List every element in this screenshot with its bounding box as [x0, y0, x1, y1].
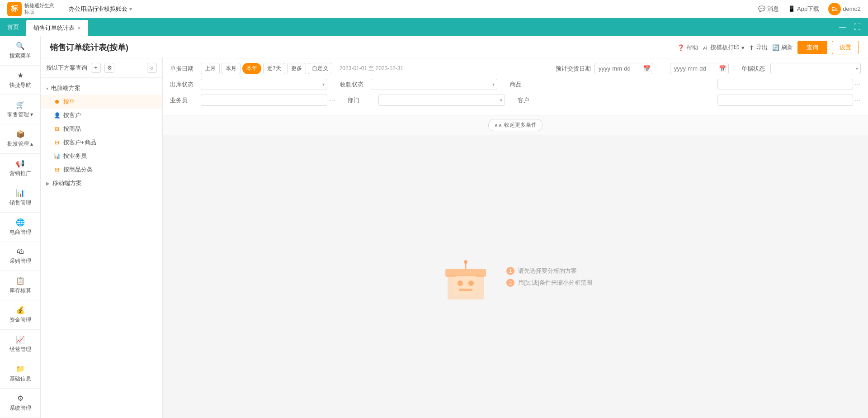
add-scheme-button[interactable]: + — [91, 63, 101, 73]
logo-text: 畅捷通好生意 标版 — [24, 3, 54, 14]
purchase-icon: 🛍 — [17, 247, 24, 256]
sidebar-item-basic[interactable]: 📁 基础信息 — [0, 359, 40, 389]
sidebar-item-purchase[interactable]: 🛍 采购管理 — [0, 242, 40, 271]
finance-icon: 💰 — [16, 306, 25, 314]
empty-hint-1: 1 请先选择要分析的方案 — [506, 267, 577, 275]
tree-item-by-cust-goods[interactable]: ⊟ 按客户+商品 — [41, 136, 162, 149]
payment-status-select[interactable] — [371, 79, 497, 90]
sidebar-item-marketing[interactable]: 📢 营销推广 — [0, 154, 40, 183]
tree-item-by-category[interactable]: ⊞ 按商品分类 — [41, 163, 162, 176]
print-button[interactable]: 🖨 按模板打印 ▾ — [703, 43, 745, 52]
date-btn-7days[interactable]: 近7天 — [263, 63, 285, 74]
message-button[interactable]: 💬 消息 — [758, 5, 779, 13]
content-area: 销售订单统计表(按单) ❓ 帮助 🖨 按模板打印 ▾ ⬆ 导出 🔄 刷新 — [41, 36, 868, 418]
refresh-icon: 🔄 — [772, 44, 779, 51]
expected-date-filter: 预计交货日期 📅 — 📅 — [556, 63, 729, 74]
refresh-button[interactable]: 🔄 刷新 — [772, 43, 793, 52]
cust-goods-icon: ⊟ — [53, 139, 61, 146]
salesperson-ellipsis-icon[interactable]: ··· — [329, 96, 335, 104]
settings-button[interactable]: 设置 — [832, 41, 859, 54]
collapse-button[interactable]: ∧∧ 收起更多条件 — [488, 119, 542, 131]
tree-item-by-salesperson[interactable]: 📊 按业务员 — [41, 149, 162, 163]
dot-icon — [53, 98, 61, 105]
right-content: 单据日期 上月 本月 本年 近7天 更多 自定义 2023-01-01 至 20… — [163, 58, 868, 418]
expected-date-to-input[interactable] — [670, 63, 729, 74]
date-btn-this-year[interactable]: 本年 — [242, 63, 261, 74]
delivery-status-select[interactable] — [201, 79, 327, 90]
user-menu[interactable]: Ea demo2 — [828, 3, 861, 15]
tab-home[interactable]: 首页 — [0, 18, 26, 36]
section-label: 电脑端方案 — [51, 84, 80, 92]
hint-num-1: 1 — [506, 267, 514, 275]
ecommerce-icon: 🌐 — [16, 218, 25, 227]
date-btn-last-month[interactable]: 上月 — [201, 63, 220, 74]
left-panel-header: 按以下方案查询 + ⚙ « — [41, 58, 162, 78]
customer-ellipsis-icon[interactable]: ··· — [855, 96, 861, 104]
date-btn-more[interactable]: 更多 — [287, 63, 306, 74]
tree-section-pc-header[interactable]: ▾ 电脑端方案 — [41, 81, 162, 95]
app-download-button[interactable]: 📱 App下载 — [788, 5, 819, 13]
title-dropdown-icon: ▾ — [129, 6, 132, 12]
date-btn-custom[interactable]: 自定义 — [308, 63, 332, 74]
section-arrow-mobile-icon: ▶ — [46, 181, 50, 186]
app-title[interactable]: 办公用品行业模拟账套 ▾ — [69, 5, 132, 13]
sidebar-item-retail[interactable]: 🛒 零售管理 ▾ — [0, 95, 40, 124]
filter-panel: 单据日期 上月 本月 本年 近7天 更多 自定义 2023-01-01 至 20… — [163, 58, 868, 115]
sidebar-item-finance[interactable]: 💰 资金管理 — [0, 300, 40, 330]
tab-maximize-icon[interactable]: ⛶ — [852, 21, 863, 33]
svg-rect-2 — [454, 276, 477, 294]
sidebar-item-operations[interactable]: 📈 经营管理 — [0, 330, 40, 359]
tree-section-mobile-header[interactable]: ▶ 移动端方案 — [41, 176, 162, 190]
svg-point-7 — [464, 260, 467, 264]
operations-icon: 📈 — [16, 335, 25, 344]
sidebar-item-search[interactable]: 🔍 搜索菜单 — [0, 36, 40, 66]
tab-close-icon[interactable]: × — [77, 24, 81, 32]
tree-item-by-order[interactable]: 按单 — [41, 95, 162, 109]
left-scheme-panel: 按以下方案查询 + ⚙ « ▾ 电脑端方案 — [41, 58, 163, 418]
customer-input[interactable] — [717, 95, 853, 106]
tab-minimize-icon[interactable]: — — [837, 21, 848, 33]
expected-date-from-input[interactable] — [594, 63, 653, 74]
tree-item-by-goods[interactable]: ⊞ 按商品 — [41, 122, 162, 136]
sidebar-item-inventory[interactable]: 📋 库存核算 — [0, 271, 40, 300]
export-icon: ⬆ — [749, 44, 754, 51]
goods-filter-wrapper: ··· — [541, 79, 861, 90]
search-icon: 🔍 — [16, 42, 25, 50]
sidebar-item-quick[interactable]: ★ 快捷导航 — [0, 66, 40, 95]
date-btn-this-month[interactable]: 本月 — [222, 63, 241, 74]
tree-item-by-customer[interactable]: 👤 按客户 — [41, 109, 162, 122]
logo: 标 畅捷通好生意 标版 — [7, 2, 54, 16]
delivery-status-label: 出库状态 — [170, 81, 195, 89]
help-icon: ❓ — [677, 44, 684, 51]
sidebar-item-system[interactable]: ⚙ 系统管理 — [0, 389, 40, 418]
query-button[interactable]: 查询 — [797, 41, 827, 54]
salesperson-filter-wrapper: ··· — [201, 95, 335, 106]
star-icon: ★ — [17, 71, 24, 80]
empty-state: 1 请先选择要分析的方案 2 用[过滤]条件来缩小分析范围 — [163, 135, 868, 418]
goods-ellipsis-icon[interactable]: ··· — [855, 81, 861, 89]
goods-input[interactable] — [717, 79, 853, 90]
category-icon: ⊞ — [53, 166, 61, 173]
empty-hint-2: 2 用[过滤]条件来缩小分析范围 — [506, 279, 592, 287]
scheme-settings-button[interactable]: ⚙ — [104, 63, 114, 73]
filter-row-2: 出库状态 ▾ 收款状态 ▾ — [170, 79, 861, 90]
help-button[interactable]: ❓ 帮助 — [677, 43, 698, 52]
tab-sales-order-summary[interactable]: 销售订单统计表 × — [26, 20, 88, 36]
doc-status-select[interactable] — [770, 63, 861, 74]
page-actions: ❓ 帮助 🖨 按模板打印 ▾ ⬆ 导出 🔄 刷新 查询 设置 — [677, 41, 859, 54]
svg-rect-1 — [445, 269, 486, 277]
salesperson-input[interactable] — [201, 95, 327, 106]
system-icon: ⚙ — [17, 394, 24, 403]
sidebar-item-wholesale[interactable]: 📦 批发管理 ▴ — [0, 124, 40, 154]
retail-icon: 🛒 — [16, 100, 25, 109]
sidebar-item-ecommerce[interactable]: 🌐 电商管理 — [0, 213, 40, 242]
date-buttons: 上月 本月 本年 近7天 更多 自定义 — [201, 63, 332, 74]
goods-label: 商品 — [510, 81, 535, 89]
sidebar-item-sales[interactable]: 📊 销售管理 — [0, 183, 40, 213]
doc-status-select-wrapper: ▾ — [770, 63, 861, 74]
person-icon: 👤 — [53, 112, 61, 119]
export-button[interactable]: ⬆ 导出 — [749, 43, 768, 52]
dept-select[interactable] — [378, 95, 505, 106]
collapse-panel-button[interactable]: « — [147, 63, 157, 73]
filter-content-wrapper: 按以下方案查询 + ⚙ « ▾ 电脑端方案 — [41, 58, 868, 418]
